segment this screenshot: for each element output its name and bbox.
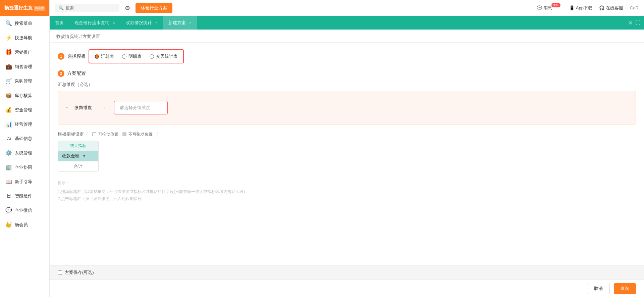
radio-detail-input[interactable] [122,54,126,59]
gear-icon[interactable]: ⚙ [125,4,130,12]
form-area: 1 选择模板 汇总表 明细表 交叉统计表 [50,43,644,265]
sidebar-item-label: 库存核算 [15,93,32,99]
service-icon: 🎧 [599,5,604,10]
sidebar-item-sales[interactable]: 💼 销售管理 [0,59,49,74]
sidebar-item-purchase[interactable]: 🛒 采购管理 [0,74,49,88]
hint-title: 提示： [58,180,636,187]
metric-dropdown-icon[interactable]: ▼ [82,154,86,158]
sidebar-item-quick-nav[interactable]: ⚡ 快捷导航 [0,31,49,45]
fixed-tag: 不可拖动位置 [122,132,153,137]
radio-summary-label: 汇总表 [101,53,114,59]
query-button[interactable]: 查询 [614,283,636,294]
tab-bank-flow[interactable]: 现金银行流水查询 × [69,16,120,30]
sidebar-item-enterprise[interactable]: 🏢 企业协同 [0,160,49,175]
fixed-dot [122,132,126,136]
radio-cross[interactable]: 交叉统计表 [150,53,178,59]
stats-metric-row: 收款金额 ▼ [58,151,98,161]
search-input[interactable] [66,6,116,10]
sidebar-item-member[interactable]: 👑 畅会员 [0,217,49,232]
stats-header: 统计指标 [58,141,98,151]
step2-header: 2 方案配置 [58,70,636,77]
tab-new-plan-close[interactable]: × [189,20,192,25]
stats-sub-row: 合计 [58,161,98,171]
dimension-title: 汇总维度（必选） [58,82,636,88]
save-checkbox[interactable] [58,270,62,275]
step1-header: 1 选择模板 汇总表 明细表 交叉统计表 [58,49,636,63]
step1-section: 1 选择模板 汇总表 明细表 交叉统计表 [58,49,636,63]
page-content: 收款情况统计方案设置 1 选择模板 汇总表 明细表 [50,30,644,280]
dimension-row: * 纵向维度 → 请选择分组维度 [66,101,168,114]
sidebar-item-label: 智能硬件 [15,193,32,199]
tab-home[interactable]: 首页 [50,16,69,30]
dimension-select[interactable]: 请选择分组维度 [114,101,168,114]
stats-table: 统计指标 收款金额 ▼ 合计 [58,141,99,172]
finance-icon: 💰 [5,107,12,113]
step2-badge: 2 [58,70,64,77]
sidebar-item-basic-info[interactable]: 🗂 基础信息 [0,132,49,146]
download-item[interactable]: 📱 App下载 [569,5,592,11]
logo-text: 畅捷通好生意 [4,5,33,11]
metrics-label-row: 模板指标设定（ 可拖动位置 不可拖动位置 ） [58,131,636,137]
radio-summary[interactable]: 汇总表 [95,53,114,59]
sidebar-logo: 畅捷通好生意 标准版 [0,0,49,16]
draggable-tag: 可拖动位置 [92,132,118,137]
sidebar-item-hardware[interactable]: 🖥 智能硬件 [0,189,49,203]
wechat-icon: 💬 [5,207,12,213]
logo-badge: 标准版 [34,6,45,11]
top-header: 🔍 ⚙ 体验行业方案 💬 消息 99+ 📱 App下载 🎧 在线客服 CaR [50,0,644,16]
sidebar-item-inventory[interactable]: 📦 库存核算 [0,88,49,103]
sidebar-item-finance[interactable]: 💰 资金管理 [0,103,49,117]
tab-bar: 首页 现金银行流水查询 × 收款情况统计 × 新建方案 × ✕ ⛶ [50,16,644,30]
inventory-icon: 📦 [5,92,12,99]
notification-badge: 99+ [551,3,560,7]
sidebar-item-label: 营销推广 [15,49,32,55]
sidebar-item-system[interactable]: ⚙️ 系统管理 [0,146,49,160]
draggable-dot [92,132,96,136]
purchase-icon: 🛒 [5,78,12,84]
guide-icon: 📖 [5,179,12,185]
service-item[interactable]: 🎧 在线客服 [599,5,623,11]
sidebar-item-label: 快捷导航 [15,35,32,41]
sidebar-item-label: 企业协同 [15,164,32,170]
sidebar-item-operations[interactable]: 📊 经营管理 [0,117,49,132]
radio-cross-input[interactable] [150,54,154,59]
trial-industry-button[interactable]: 体验行业方案 [136,3,172,13]
enterprise-icon: 🏢 [5,164,12,170]
download-label: App下载 [576,5,592,11]
header-right: 💬 消息 99+ 📱 App下载 🎧 在线客服 CaR [537,5,639,11]
close-window-icon[interactable]: ✕ [628,20,633,26]
sales-icon: 💼 [5,63,12,70]
metrics-section: 模板指标设定（ 可拖动位置 不可拖动位置 ） 统计指标 [58,131,636,173]
maximize-icon[interactable]: ⛶ [635,20,641,26]
sidebar-item-wechat[interactable]: 💬 企业微信 [0,203,49,217]
header-search-box[interactable]: 🔍 [55,4,119,12]
sidebar-item-label: 基础信息 [15,136,32,142]
radio-detail[interactable]: 明细表 [122,53,142,59]
hint-area: 提示： 1.拖动标题栏可以调整布局，不可跨维度或指标区域拖动栏目字段(只能在同一… [58,180,636,203]
hint-item-1: 1.拖动标题栏可以调整布局，不可跨维度或指标区域拖动栏目字段(只能在同一维度或指… [58,188,636,196]
sidebar-item-label: 经营管理 [15,121,32,128]
draggable-label: 可拖动位置 [98,132,118,137]
tab-home-label: 首页 [55,20,64,26]
sidebar-item-search-menu[interactable]: 🔍 搜索菜单 [0,16,49,31]
radio-summary-input[interactable] [95,54,99,59]
save-option: 方案保存(可选) [50,265,644,280]
tab-receipt-stats-close[interactable]: × [155,20,158,25]
member-icon: 👑 [5,221,12,228]
required-marker: * [66,105,68,110]
dimension-select-placeholder: 请选择分组维度 [120,105,150,111]
sidebar-item-guide[interactable]: 📖 新手引导 [0,175,49,189]
sidebar-item-label: 搜索菜单 [15,20,32,27]
notification-label: 消息 [543,5,552,11]
sidebar-item-marketing[interactable]: 🎁 营销推广 [0,45,49,59]
tab-receipt-stats[interactable]: 收款情况统计 × [120,16,163,30]
tab-bank-flow-close[interactable]: × [113,20,115,25]
cancel-button[interactable]: 取消 [587,283,610,294]
sidebar-item-label: 销售管理 [15,64,32,70]
footer-buttons: 取消 查询 [50,280,644,297]
tab-new-plan[interactable]: 新建方案 × [163,16,197,30]
template-select-group: 汇总表 明细表 交叉统计表 [89,49,184,63]
save-label: 方案保存(可选) [65,269,94,276]
notification-item[interactable]: 💬 消息 99+ [537,5,562,11]
service-label: 在线客服 [606,5,623,11]
